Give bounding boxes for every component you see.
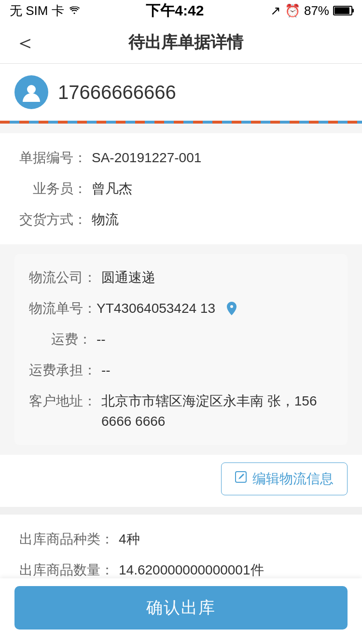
- logistics-company-row: 物流公司： 圆通速递: [29, 267, 333, 288]
- section-divider: [0, 507, 362, 515]
- goods-quantity-label: 出库商品数量：: [19, 560, 114, 580]
- nav-bar: ＜ 待出库单据详情: [0, 21, 362, 64]
- delivery-label: 交货方式：: [19, 210, 87, 230]
- location-status-icon: ↗: [270, 3, 281, 18]
- tracking-no-value: YT43064053424 13: [97, 298, 215, 319]
- salesman-value: 曾凡杰: [92, 179, 343, 199]
- freight-bear-value: --: [101, 360, 333, 380]
- confirm-button[interactable]: 确认出库: [14, 586, 348, 630]
- freight-label: 运费：: [29, 329, 92, 350]
- status-right: ↗ ⏰ 87%: [270, 3, 352, 18]
- page-title: 待出库单据详情: [45, 31, 326, 54]
- tracking-no-label: 物流单号：: [29, 298, 97, 319]
- edit-logistics-label: 编辑物流信息: [252, 470, 334, 488]
- goods-type-row: 出库商品种类： 4种: [19, 529, 343, 549]
- tracking-row-content: YT43064053424 13: [97, 298, 241, 319]
- order-no-label: 单据编号：: [19, 148, 87, 168]
- address-row: 客户地址： 北京市市辖区海淀区永丰南 张，156 6666 6666: [29, 391, 333, 432]
- edit-logistics-button[interactable]: 编辑物流信息: [221, 462, 348, 495]
- logistics-company-value: 圆通速递: [101, 267, 333, 288]
- alarm-icon: ⏰: [285, 3, 300, 18]
- freight-value: --: [97, 329, 333, 350]
- carrier-label: 无 SIM 卡: [10, 2, 64, 19]
- salesman-label: 业务员：: [19, 179, 87, 199]
- battery-icon: [333, 6, 352, 15]
- delivery-row: 交货方式： 物流: [19, 210, 343, 230]
- status-time: 下午4:42: [146, 1, 204, 21]
- order-info-section: 单据编号： SA-20191227-001 业务员： 曾凡杰 交货方式： 物流: [0, 133, 362, 244]
- freight-row: 运费： --: [29, 329, 333, 350]
- back-button[interactable]: ＜: [14, 32, 36, 53]
- status-left: 无 SIM 卡: [10, 2, 80, 19]
- tracking-no-row: 物流单号： YT43064053424 13: [29, 298, 333, 319]
- avatar: [14, 75, 48, 109]
- freight-bear-label: 运费承担：: [29, 360, 97, 380]
- battery-percent: 87%: [304, 3, 329, 18]
- logistics-card: 物流公司： 圆通速递 物流单号： YT43064053424 13 运费： --…: [14, 254, 348, 445]
- order-no-value: SA-20191227-001: [92, 148, 343, 168]
- edit-icon: [235, 471, 248, 487]
- goods-quantity-row: 出库商品数量： 14.620000000000001件: [19, 560, 343, 580]
- order-no-row: 单据编号： SA-20191227-001: [19, 148, 343, 168]
- logistics-company-label: 物流公司：: [29, 267, 97, 288]
- freight-bear-row: 运费承担： --: [29, 360, 333, 380]
- wifi-icon: [69, 4, 80, 17]
- user-phone: 17666666666: [58, 82, 176, 103]
- goods-type-label: 出库商品种类：: [19, 529, 114, 549]
- status-bar: 无 SIM 卡 下午4:42 ↗ ⏰ 87%: [0, 0, 362, 21]
- address-label: 客户地址：: [29, 391, 97, 411]
- salesman-row: 业务员： 曾凡杰: [19, 179, 343, 199]
- goods-quantity-value: 14.620000000000001件: [119, 560, 343, 580]
- bottom-bar: 确认出库: [0, 578, 362, 644]
- delivery-value: 物流: [92, 210, 343, 230]
- svg-point-0: [27, 85, 36, 94]
- edit-logistics-area: 编辑物流信息: [0, 455, 362, 507]
- map-location-icon[interactable]: [222, 299, 241, 318]
- dashed-divider: [0, 121, 362, 124]
- goods-type-value: 4种: [119, 529, 343, 549]
- address-value: 北京市市辖区海淀区永丰南 张，156 6666 6666: [101, 391, 333, 432]
- user-header: 17666666666: [0, 64, 362, 121]
